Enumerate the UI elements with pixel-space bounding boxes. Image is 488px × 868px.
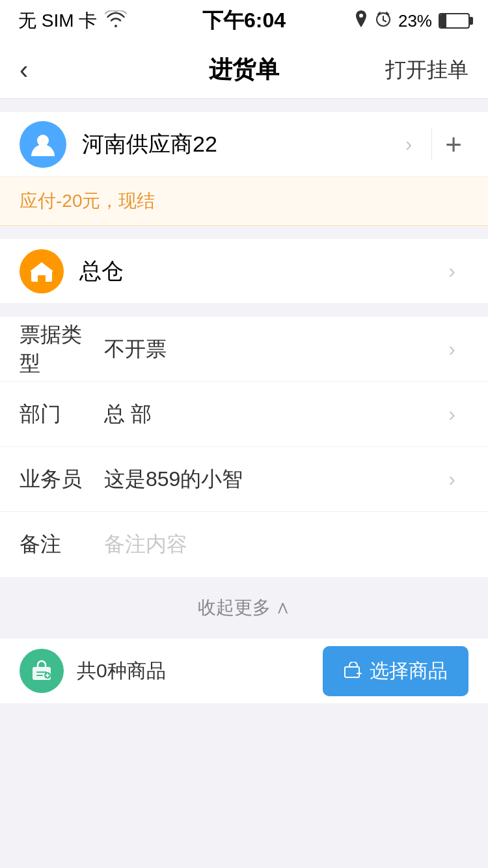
supplier-section: 河南供应商22 › + 应付-20元，现结 bbox=[0, 112, 488, 226]
supplier-avatar bbox=[20, 121, 66, 168]
remark-input[interactable]: 备注内容 bbox=[104, 530, 468, 559]
notice-text: 应付-20元，现结 bbox=[20, 191, 155, 211]
salesperson-label: 业务员 bbox=[20, 465, 98, 494]
salesperson-row[interactable]: 业务员 这是859的小智 › bbox=[0, 447, 488, 512]
form-section: 票据类型 不开票 › 部门 总 部 › 业务员 这是859的小智 › 备注 备注… bbox=[0, 317, 488, 577]
department-label: 部门 bbox=[20, 400, 98, 429]
bottom-bar: 共0种商品 选择商品 bbox=[0, 638, 488, 703]
wifi-icon bbox=[105, 10, 127, 32]
supplier-name: 河南供应商22 bbox=[82, 129, 405, 159]
remark-row[interactable]: 备注 备注内容 bbox=[0, 512, 488, 577]
open-pending-button[interactable]: 打开挂单 bbox=[385, 56, 468, 85]
page-title: 进货单 bbox=[209, 54, 279, 86]
battery-percent: 23% bbox=[398, 11, 432, 31]
select-goods-label: 选择商品 bbox=[370, 658, 448, 685]
invoice-type-chevron-icon: › bbox=[448, 337, 455, 361]
svg-rect-15 bbox=[345, 667, 359, 677]
goods-count-label: 共0种商品 bbox=[77, 658, 323, 685]
svg-line-2 bbox=[383, 20, 386, 21]
warehouse-chevron-icon: › bbox=[448, 259, 455, 283]
carrier-label: 无 SIM 卡 bbox=[18, 8, 97, 33]
empty-area bbox=[0, 703, 488, 868]
battery-icon bbox=[439, 13, 470, 29]
warehouse-row[interactable]: 总仓 › bbox=[0, 239, 488, 304]
select-goods-button[interactable]: 选择商品 bbox=[323, 646, 468, 696]
status-left: 无 SIM 卡 bbox=[18, 8, 127, 33]
content-area: 河南供应商22 › + 应付-20元，现结 总仓 › 票据类型 不开票 › bbox=[0, 99, 488, 868]
goods-icon bbox=[20, 649, 64, 693]
supplier-divider bbox=[431, 128, 432, 161]
location-icon bbox=[354, 10, 368, 32]
department-chevron-icon: › bbox=[448, 402, 455, 426]
remark-label: 备注 bbox=[20, 530, 98, 559]
invoice-type-row[interactable]: 票据类型 不开票 › bbox=[0, 317, 488, 382]
alarm-icon bbox=[375, 10, 392, 32]
department-row[interactable]: 部门 总 部 › bbox=[0, 382, 488, 447]
svg-marker-7 bbox=[30, 262, 53, 271]
svg-rect-8 bbox=[38, 275, 46, 282]
status-time: 下午6:04 bbox=[202, 7, 286, 35]
status-bar: 无 SIM 卡 下午6:04 23% bbox=[0, 0, 488, 42]
salesperson-value: 这是859的小智 bbox=[104, 465, 448, 494]
status-right: 23% bbox=[354, 10, 470, 32]
warehouse-icon bbox=[20, 249, 64, 293]
notice-banner: 应付-20元，现结 bbox=[0, 177, 488, 226]
collapse-more-button[interactable]: 收起更多 ∧ bbox=[0, 577, 488, 638]
add-supplier-button[interactable]: + bbox=[439, 128, 468, 161]
supplier-chevron-icon: › bbox=[405, 132, 413, 156]
department-value: 总 部 bbox=[104, 400, 448, 429]
invoice-type-label: 票据类型 bbox=[20, 321, 98, 378]
collapse-label: 收起更多 ∧ bbox=[198, 597, 291, 617]
supplier-row[interactable]: 河南供应商22 › + bbox=[0, 112, 488, 177]
invoice-type-value: 不开票 bbox=[104, 335, 448, 364]
nav-bar: ‹ 进货单 打开挂单 bbox=[0, 42, 488, 99]
back-button[interactable]: ‹ bbox=[20, 55, 59, 85]
salesperson-chevron-icon: › bbox=[448, 467, 455, 491]
warehouse-name: 总仓 bbox=[79, 256, 448, 286]
